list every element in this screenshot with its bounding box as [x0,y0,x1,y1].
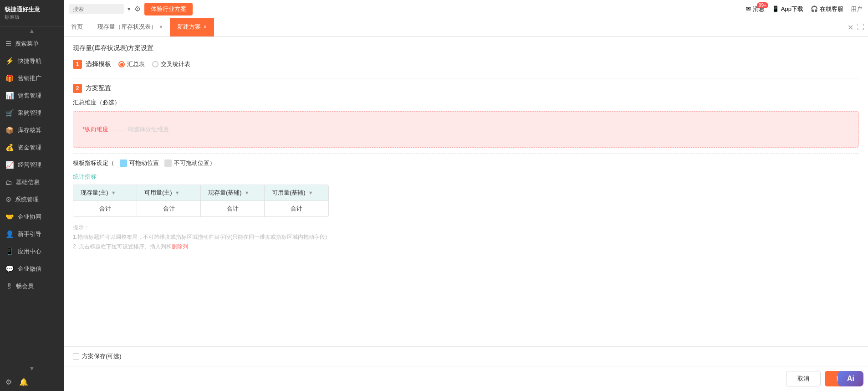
app-logo: 畅捷通好生意 标准版 [0,0,64,26]
app-label: App下载 [781,5,803,13]
settings-icon[interactable]: ⚙ [5,378,12,386]
service-label: 在线客服 [820,5,843,13]
section-config: 2 方案配置 汇总维度（必选） *纵向维度 —— 请选择分组维度 模板指标设定（… [73,84,859,251]
sidebar-item-快捷导航[interactable]: ⚡快捷导航 [0,52,64,70]
tab-label-2: 新建方案 [177,23,201,31]
save-checkbox-box[interactable] [73,353,79,360]
table-cell-0-2: 合计 [201,201,265,216]
sidebar-item-label: 基础信息 [16,178,40,186]
action-bar: 取消 查询 [64,366,868,391]
sidebar-item-label: 畅会员 [16,282,34,290]
radio-item-1[interactable]: 交叉统计表 [152,60,190,68]
table-header-cell-2[interactable]: 现存量(基辅)▼ [201,185,265,201]
table-cell-0-1: 合计 [137,201,201,216]
sidebar-icon: 📊 [5,92,14,100]
sidebar-item-label: 库存核算 [18,126,41,134]
tab-1[interactable]: 现存量（库存状况表）× [90,18,170,36]
save-checkbox-text: 方案保存(可选) [82,352,122,360]
message-btn[interactable]: ✉ 消息 99+ [746,5,765,13]
tip-0: 1.拖动标题栏可以调整布局，不可跨维度或指标区域拖动栏目字段(只能在同一维度或指… [73,233,859,241]
sidebar-item-搜索菜单[interactable]: ☰搜索菜单 [0,35,64,52]
header-label-3: 可用量(基辅) [272,189,306,197]
radio-label-1: 交叉统计表 [161,60,190,68]
dropdown-icon[interactable]: ▾ [128,5,131,12]
table-row-0: 合计合计合计合计 [73,201,328,216]
ai-button[interactable]: Ai [838,371,863,386]
notification-icon[interactable]: 🔔 [19,378,28,386]
sidebar-item-label: 搜索菜单 [15,40,39,48]
section1-title: 选择模板 [86,60,111,68]
tip-1: 2. 点击标题栏下拉可设置排序、插入列和删除列 [73,243,859,251]
dimension-area[interactable]: *纵向维度 —— 请选择分组维度 [73,111,859,148]
online-service-btn[interactable]: 🎧 在线客服 [811,5,843,13]
template-indicator-label: 模板指标设定（ [73,159,114,167]
table-header-cell-3[interactable]: 可用量(基辅)▼ [265,185,328,201]
sidebar-item-基础信息[interactable]: 🗂基础信息 [0,174,64,191]
draggable-indicator: 可拖动位置 [120,159,159,167]
tab-label-0: 首页 [71,23,83,31]
tab-2[interactable]: 新建方案× [170,18,214,36]
template-radio-group: 汇总表 交叉统计表 [118,60,190,68]
table-header-row: 现存量(主)▼可用量(主)▼现存量(基辅)▼可用量(基辅)▼ [73,185,328,201]
gear-icon[interactable]: ⚙ [134,5,141,13]
sidebar-item-新手引导[interactable]: 👤新手引导 [0,226,64,243]
section2-num: 2 [73,84,82,93]
cancel-button[interactable]: 取消 [786,371,821,386]
sidebar-item-畅会员[interactable]: 🎖畅会员 [0,278,64,295]
chevron-icon-1: ▼ [175,190,180,196]
sidebar-icon: 🎖 [5,283,12,290]
tab-close-2[interactable]: × [204,24,207,30]
tab-restore-icon[interactable]: ⛶ [857,23,864,31]
sidebar-icon: 💰 [5,144,14,152]
sidebar-icon: 👤 [5,230,14,238]
sidebar-item-应用中心[interactable]: 📱应用中心 [0,243,64,260]
sidebar-item-库存核算[interactable]: 📦库存核算 [0,122,64,139]
sidebar-icon: ⚡ [5,57,14,65]
tab-controls: ✕⛶ [848,23,868,32]
sidebar-footer: ⚙ 🔔 [0,373,64,391]
sidebar-icon: ☰ [5,40,11,48]
non-draggable-label: 不可拖动位置） [174,159,215,167]
table-header-cell-0[interactable]: 现存量(主)▼ [73,185,137,201]
sidebar-item-label: 快捷导航 [18,57,41,65]
tips-label: 提示： [73,224,859,232]
message-badge: 99+ [757,2,768,8]
save-checkbox-label[interactable]: 方案保存(可选) [73,352,122,360]
radio-item-0[interactable]: 汇总表 [118,60,145,68]
sidebar-item-label: 应用中心 [18,247,41,256]
sidebar-scroll-down[interactable]: ▼ [0,364,64,373]
table-header-cell-1[interactable]: 可用量(主)▼ [137,185,201,201]
user-info[interactable]: 用户 [851,5,863,13]
sidebar-icon: ⚙ [5,196,11,204]
sidebar-item-销售管理[interactable]: 📊销售管理 [0,87,64,104]
sidebar-item-采购管理[interactable]: 🛒采购管理 [0,104,64,122]
tab-close-all-icon[interactable]: ✕ [848,23,853,32]
main-area: ▾ ⚙ 体验行业方案 ✉ 消息 99+ 📱 App下载 🎧 在线客服 用户 首页… [64,0,868,391]
sidebar-item-营销推广[interactable]: 🎁营销推广 [0,70,64,87]
sidebar-item-资金管理[interactable]: 💰资金管理 [0,139,64,156]
radio-circle-1 [152,61,158,67]
industry-button[interactable]: 体验行业方案 [144,3,193,15]
tab-0[interactable]: 首页 [64,18,90,36]
chevron-icon-3: ▼ [308,190,313,196]
section2-title: 方案配置 [86,84,111,93]
search-input[interactable] [69,4,124,14]
dimension-placeholder: 请选择分组维度 [128,125,169,134]
non-draggable-indicator: 不可拖动位置） [164,159,215,167]
app-title: 畅捷通好生意 [5,5,59,14]
sidebar-item-企业协同[interactable]: 🤝企业协同 [0,208,64,226]
sidebar-scroll-up[interactable]: ▲ [0,26,64,35]
headset-icon: 🎧 [811,5,818,12]
app-download-btn[interactable]: 📱 App下载 [772,5,803,13]
sidebar-nav: ☰搜索菜单⚡快捷导航🎁营销推广📊销售管理🛒采购管理📦库存核算💰资金管理📈经营管理… [0,35,64,364]
sidebar-item-系统管理[interactable]: ⚙系统管理 [0,191,64,208]
phone-icon: 📱 [772,5,779,12]
sidebar-item-企业微信[interactable]: 💬企业微信 [0,260,64,278]
sidebar-icon: 📈 [5,161,14,169]
header-label-1: 可用量(主) [144,189,172,197]
sidebar-item-label: 企业协同 [18,213,41,221]
sidebar: 畅捷通好生意 标准版 ▲ ☰搜索菜单⚡快捷导航🎁营销推广📊销售管理🛒采购管理📦库… [0,0,64,391]
sidebar-item-经营管理[interactable]: 📈经营管理 [0,156,64,174]
tab-close-1[interactable]: × [159,24,163,30]
sidebar-item-label: 营销推广 [18,74,41,82]
